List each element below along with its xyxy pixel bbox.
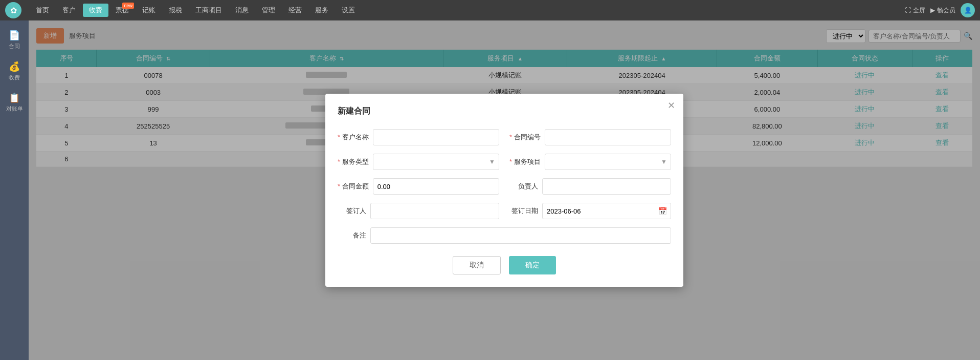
cancel-button[interactable]: 取消	[453, 256, 501, 274]
service-type-label: 服务类型	[338, 157, 369, 166]
contract-no-label: 合同编号	[509, 133, 541, 142]
service-item-row: 服务项目 ▼	[509, 154, 671, 170]
nav-right: ⛶ 全屏 ▶ 畅会员 👤	[905, 3, 975, 17]
contract-amount-row: 合同金额	[338, 178, 499, 195]
sign-date-input[interactable]	[542, 203, 671, 219]
user-avatar[interactable]: 👤	[961, 3, 975, 17]
nav-logo: ✿	[5, 2, 21, 18]
contract-no-row: 合同编号	[509, 129, 671, 145]
signer-input[interactable]	[370, 203, 499, 219]
fullscreen-label: 全屏	[913, 6, 925, 15]
nav-business[interactable]: 工商项目	[189, 4, 228, 17]
modal-close-button[interactable]: ✕	[667, 100, 675, 111]
nav-operation[interactable]: 经营	[282, 4, 308, 17]
modal-footer: 取消 确定	[338, 256, 671, 274]
customer-name-label: 客户名称	[338, 133, 369, 142]
confirm-button[interactable]: 确定	[509, 256, 556, 274]
sidebar-item-contract[interactable]: 📄 合同	[2, 26, 27, 54]
sidebar-reconciliation-label: 对账单	[6, 105, 23, 113]
service-type-row: 服务类型 ▼	[338, 154, 499, 170]
nav-service[interactable]: 服务	[309, 4, 335, 17]
sign-date-row: 签订日期 📅	[509, 203, 671, 219]
service-item-wrapper: ▼	[545, 154, 671, 170]
nav-invoice[interactable]: 票据 new	[109, 4, 135, 17]
modal-overlay: 新建合同 ✕ 客户名称 合同编号 服务类型	[29, 20, 980, 360]
sign-date-label: 签订日期	[509, 206, 538, 216]
fullscreen-button[interactable]: ⛶ 全屏	[905, 6, 925, 15]
nav-billing[interactable]: 收费	[83, 4, 108, 17]
fullscreen-icon: ⛶	[905, 7, 911, 14]
top-nav: ✿ 首页 客户 收费 票据 new 记账 报税 工商项目 消息 管理 经营 服务…	[0, 0, 980, 20]
sign-date-wrapper: 📅	[542, 203, 671, 219]
reconciliation-icon: 📋	[9, 92, 20, 103]
nav-home[interactable]: 首页	[30, 4, 55, 17]
remarks-label: 备注	[338, 231, 366, 240]
sidebar: 📄 合同 💰 收费 📋 对账单	[0, 20, 29, 360]
play-icon: ▶	[930, 7, 935, 14]
nav-settings[interactable]: 设置	[336, 4, 361, 17]
nav-items: 首页 客户 收费 票据 new 记账 报税 工商项目 消息 管理 经营 服务 设…	[30, 4, 905, 17]
signer-row: 签订人	[338, 203, 499, 219]
service-item-label: 服务项目	[509, 157, 541, 166]
nav-bookkeeping[interactable]: 记账	[136, 4, 162, 17]
responsible-person-input[interactable]	[542, 178, 671, 195]
content-area: 新增 服务项目 进行中 已完成 已终止 🔍 序号 合同编号 ⇅ 客户名称 ⇅ 服…	[29, 20, 980, 360]
service-type-wrapper: ▼	[373, 154, 499, 170]
billing-icon: 💰	[9, 61, 20, 72]
logo-icon: ✿	[10, 6, 17, 15]
form-grid: 客户名称 合同编号 服务类型 ▼	[338, 129, 671, 244]
modal-title: 新建合同	[338, 106, 671, 117]
sidebar-contract-label: 合同	[9, 43, 20, 50]
nav-management[interactable]: 管理	[256, 4, 281, 17]
nav-tax[interactable]: 报税	[163, 4, 188, 17]
nav-customer[interactable]: 客户	[56, 4, 82, 17]
vip-button[interactable]: ▶ 畅会员	[930, 6, 955, 15]
service-type-select[interactable]	[373, 154, 499, 170]
sidebar-item-billing[interactable]: 💰 收费	[2, 57, 27, 86]
responsible-person-label: 负责人	[509, 182, 538, 191]
sidebar-billing-label: 收费	[9, 74, 20, 81]
remarks-input[interactable]	[370, 227, 671, 244]
vip-label: 畅会员	[937, 6, 955, 15]
new-contract-modal: 新建合同 ✕ 客户名称 合同编号 服务类型	[325, 94, 683, 287]
contract-no-input[interactable]	[545, 129, 671, 145]
contract-icon: 📄	[9, 30, 20, 41]
remarks-row: 备注	[338, 227, 671, 244]
nav-message[interactable]: 消息	[229, 4, 255, 17]
main-layout: 📄 合同 💰 收费 📋 对账单 新增 服务项目 进行中 已完成 已终止 🔍	[0, 20, 980, 360]
sidebar-item-reconciliation[interactable]: 📋 对账单	[2, 88, 27, 117]
new-badge: new	[122, 3, 134, 9]
service-item-select[interactable]	[545, 154, 671, 170]
contract-amount-label: 合同金额	[338, 182, 369, 191]
calendar-icon[interactable]: 📅	[658, 207, 667, 215]
signer-label: 签订人	[338, 206, 366, 216]
contract-amount-input[interactable]	[373, 178, 499, 195]
responsible-person-row: 负责人	[509, 178, 671, 195]
customer-name-row: 客户名称	[338, 129, 499, 145]
customer-name-input[interactable]	[373, 129, 499, 145]
